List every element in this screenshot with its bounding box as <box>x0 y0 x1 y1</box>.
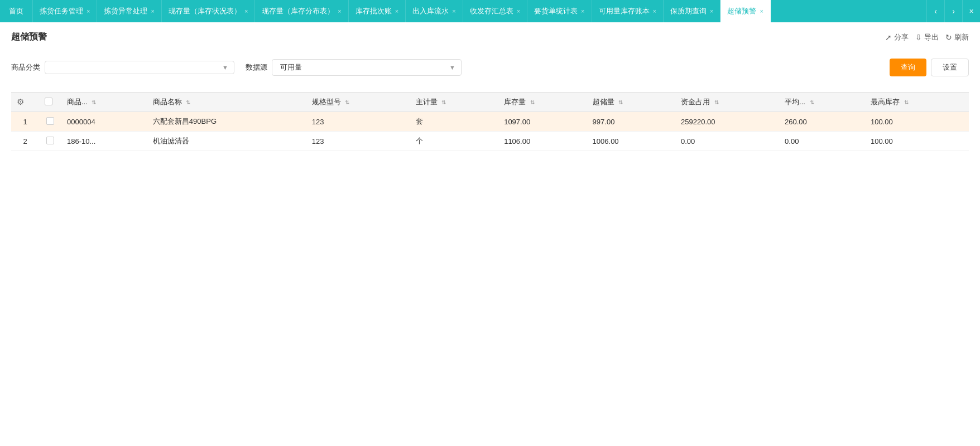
category-select[interactable]: ▼ <box>45 61 234 74</box>
export-button[interactable]: ⇩ 导出 <box>915 32 939 42</box>
sort-icon: ⇅ <box>92 99 96 105</box>
th-spec[interactable]: 规格型号 ⇅ <box>306 93 410 112</box>
close-icon[interactable]: × <box>151 8 154 14</box>
nav-tab-label: 现存量（库存分布表） <box>262 6 334 16</box>
th-max-label: 最高库存 <box>871 98 900 106</box>
close-icon[interactable]: × <box>581 8 584 14</box>
settings-button[interactable]: 设置 <box>931 59 969 76</box>
th-checkbox <box>39 93 61 112</box>
cell-code: 0000004 <box>61 112 147 132</box>
close-icon[interactable]: × <box>244 8 248 14</box>
nav-home[interactable]: 首页 <box>0 0 33 22</box>
export-label: 导出 <box>924 32 939 42</box>
datasource-select[interactable]: 可用量 ▼ <box>272 59 462 76</box>
nav-prev-arrow[interactable]: ‹ <box>926 0 944 22</box>
cell-over: 997.00 <box>587 112 675 132</box>
cell-checkbox <box>39 132 61 151</box>
top-navigation: 首页 拣货任务管理 × 拣货异常处理 × 现存量（库存状况表） × 现存量（库存… <box>0 0 980 22</box>
nav-tab-chaochuyujing[interactable]: 超储预警 × <box>720 0 770 22</box>
cell-stock: 1097.00 <box>498 112 587 132</box>
chevron-down-icon: ▼ <box>222 64 228 71</box>
category-label: 商品分类 <box>11 62 40 72</box>
nav-tab-label: 收发存汇总表 <box>470 6 513 16</box>
select-all-checkbox[interactable] <box>45 98 52 105</box>
nav-arrows: ‹ › × <box>926 0 980 22</box>
nav-close-arrow[interactable]: × <box>962 0 980 22</box>
cell-unit: 套 <box>410 112 498 132</box>
th-capital[interactable]: 资金占用 ⇅ <box>675 93 779 112</box>
filter-actions: 查询 设置 <box>890 59 969 76</box>
nav-tab-xiancunliang2[interactable]: 现存量（库存分布表） × <box>255 0 348 22</box>
table-body: 1 0000004 六配套新昌490BPG 123 套 1097.00 997.… <box>11 112 969 151</box>
datasource-select-value: 可用量 <box>280 62 302 72</box>
refresh-button[interactable]: ↻ 刷新 <box>945 32 969 42</box>
th-unit[interactable]: 主计量 ⇅ <box>410 93 498 112</box>
th-avg[interactable]: 平均... ⇅ <box>779 93 865 112</box>
settings-icon[interactable]: ⚙ <box>17 97 24 106</box>
table-row: 2 186-10... 机油滤清器 123 个 1106.00 1006.00 … <box>11 132 969 151</box>
sort-icon: ⇅ <box>810 99 814 105</box>
cell-capital: 0.00 <box>675 132 779 151</box>
cell-capital: 259220.00 <box>675 112 779 132</box>
th-over-label: 超储量 <box>593 98 614 106</box>
th-settings: ⚙ <box>11 93 39 112</box>
cell-avg: 0.00 <box>779 132 865 151</box>
cell-code: 186-10... <box>61 132 147 151</box>
row-checkbox[interactable] <box>46 137 54 144</box>
th-code-label: 商品... <box>67 98 88 106</box>
nav-tab-label: 保质期查询 <box>670 6 707 16</box>
close-icon[interactable]: × <box>653 8 656 14</box>
cell-max: 100.00 <box>865 112 969 132</box>
table-header: ⚙ 商品... ⇅ 商品名称 ⇅ 规格型号 ⇅ 主计量 <box>11 93 969 112</box>
nav-next-arrow[interactable]: › <box>944 0 962 22</box>
th-name[interactable]: 商品名称 ⇅ <box>147 93 306 112</box>
close-icon[interactable]: × <box>517 8 520 14</box>
nav-tab-label: 拣货任务管理 <box>40 6 83 16</box>
th-code[interactable]: 商品... ⇅ <box>61 93 147 112</box>
nav-tab-xiancunliang1[interactable]: 现存量（库存状况表） × <box>162 0 255 22</box>
nav-tab-churukuliushui[interactable]: 出入库流水 × <box>406 0 463 22</box>
nav-tab-shofacunhuizong[interactable]: 收发存汇总表 × <box>463 0 527 22</box>
close-icon[interactable]: × <box>87 8 90 14</box>
nav-tab-jianhuorenwuguanli[interactable]: 拣货任务管理 × <box>33 0 97 22</box>
nav-tab-label: 库存批次账 <box>356 6 392 16</box>
th-max[interactable]: 最高库存 ⇅ <box>865 93 969 112</box>
close-icon[interactable]: × <box>452 8 455 14</box>
nav-tab-label: 要货单统计表 <box>534 6 578 16</box>
nav-tab-label: 超储预警 <box>727 6 756 16</box>
th-over[interactable]: 超储量 ⇅ <box>587 93 675 112</box>
share-icon: ➚ <box>885 33 892 42</box>
th-stock-label: 库存量 <box>504 98 526 106</box>
close-icon[interactable]: × <box>338 8 341 14</box>
sort-icon: ⇅ <box>530 99 535 105</box>
close-icon[interactable]: × <box>710 8 713 14</box>
cell-checkbox <box>39 112 61 132</box>
chevron-down-icon: ▼ <box>449 64 455 71</box>
cell-unit: 个 <box>410 132 498 151</box>
share-button[interactable]: ➚ 分享 <box>885 32 909 42</box>
cell-name: 六配套新昌490BPG <box>147 112 306 132</box>
close-icon[interactable]: × <box>760 8 763 14</box>
cell-index: 1 <box>11 112 39 132</box>
nav-tab-baozhi[interactable]: 保质期查询 × <box>664 0 720 22</box>
nav-tab-jianhuoyichangchuli[interactable]: 拣货异常处理 × <box>97 0 161 22</box>
th-name-label: 商品名称 <box>153 98 182 106</box>
th-spec-label: 规格型号 <box>312 98 341 106</box>
nav-tab-keyongliang[interactable]: 可用量库存账本 × <box>592 0 664 22</box>
cell-over: 1006.00 <box>587 132 675 151</box>
query-button[interactable]: 查询 <box>890 59 926 76</box>
nav-tab-label: 现存量（库存状况表） <box>169 6 241 16</box>
cell-index: 2 <box>11 132 39 151</box>
datasource-label: 数据源 <box>246 62 267 72</box>
nav-tab-kucunpicizh[interactable]: 库存批次账 × <box>349 0 406 22</box>
th-stock[interactable]: 库存量 ⇅ <box>498 93 587 112</box>
sort-icon: ⇅ <box>618 99 623 105</box>
close-icon[interactable]: × <box>395 8 398 14</box>
datasource-filter-group: 数据源 可用量 ▼ <box>246 59 462 76</box>
export-icon: ⇩ <box>915 33 922 42</box>
row-checkbox[interactable] <box>46 117 54 125</box>
sort-icon: ⇅ <box>441 99 446 105</box>
table-row: 1 0000004 六配套新昌490BPG 123 套 1097.00 997.… <box>11 112 969 132</box>
sort-icon: ⇅ <box>904 99 909 105</box>
nav-tab-yaohuo[interactable]: 要货单统计表 × <box>527 0 592 22</box>
